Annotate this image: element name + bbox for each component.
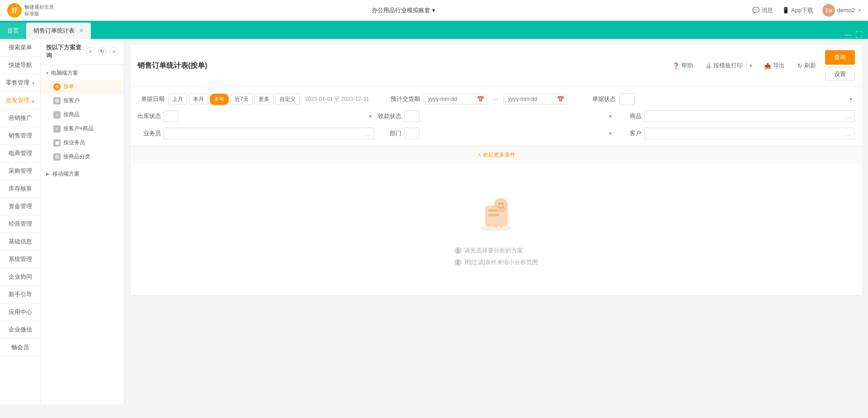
settings-button[interactable]: 设置 [825,67,855,81]
sidebar-item-sales[interactable]: 销售管理 [0,127,40,145]
dept-cell: 部门 [378,128,615,139]
expected-date-label: 预计交货期 [391,95,420,103]
collapse-icon: « [113,48,116,55]
salesperson-input-wrap: … [164,128,374,139]
sidebar-item-search[interactable]: 搜索菜单 [0,39,40,57]
expected-date-start-input[interactable] [424,94,487,104]
item-chart-icon: ▦ [53,139,61,147]
panel-item-by-customer-goods[interactable]: ≡ 按客户+商品 [41,122,124,136]
window-minimize-icon[interactable]: — [844,31,852,39]
pay-status-select[interactable] [404,110,420,122]
collapse-bar[interactable]: ∧ 收起更多条件 [130,146,862,163]
download-icon: 📱 [782,7,789,14]
date-btn-custom[interactable]: 自定义 [275,94,300,105]
goods-label: 商品 [618,112,642,120]
content-card: 销售订单统计表(按单) ❓ 帮助 🖨 按模板打印 ▾ 📤 [130,44,863,296]
svg-rect-3 [488,214,499,216]
date-btn-7days[interactable]: 近7天 [231,94,253,105]
sidebar-item-purchase[interactable]: 采购管理 [0,162,40,180]
customer-dots-icon[interactable]: … [845,130,852,137]
date-btn-this-month[interactable]: 本月 [189,94,208,105]
tab-report-close-icon[interactable]: ✕ [79,28,84,34]
date-btn-more[interactable]: 更多 [255,94,274,105]
sidebar-item-quicknav[interactable]: 快捷导航 [0,57,40,74]
window-maximize-icon[interactable]: ⛶ [855,31,863,39]
status-select[interactable] [619,93,635,105]
sidebar-item-marketing[interactable]: 营销推广 [0,109,40,127]
dept-select[interactable] [404,128,420,139]
date-btn-this-year[interactable]: 本年 [210,94,229,105]
salesperson-input[interactable] [167,130,365,137]
pay-status-label: 收款状态 [378,112,401,120]
sidebar-item-collab[interactable]: 企业协同 [0,268,40,286]
logo-text: 畅捷通好生意 标准版 [24,4,54,17]
item-table-icon: ≡ [53,111,61,119]
goods-input[interactable] [647,113,845,119]
panel-item-by-order[interactable]: ⊙ 按单 [41,80,124,94]
help-button[interactable]: ❓ 帮助 [669,60,697,71]
panel-group-mobile[interactable]: ▶ 移动端方案 [41,167,124,180]
tab-window-controls: — ⛶ [844,31,868,39]
empty-step-1: 1 请先选择要分析的方案 [454,245,538,256]
svg-line-8 [501,225,502,228]
plus-icon: + [89,48,92,55]
sidebar-item-finance[interactable]: 资金管理 [0,198,40,215]
user-profile[interactable]: Ea demo2 ▾ [822,4,861,17]
filter-area: 单据日期 上月 本月 本年 近7天 更多 自定义 2023-01-01 至 20… [130,87,862,146]
date-btn-last-month[interactable]: 上月 [168,94,187,105]
pay-status-cell: 收款状态 [378,110,615,122]
panel-header-label: 按以下方案查询 [46,43,86,60]
sidebar-item-member[interactable]: 畅会员 [0,339,40,356]
panel-collapse-btn[interactable]: « [109,47,118,56]
panel-refresh-btn[interactable]: ↻ [98,47,107,56]
sidebar-item-retail[interactable]: 零售管理 ▾ [0,74,40,92]
content-area: 销售订单统计表(按单) ❓ 帮助 🖨 按模板打印 ▾ 📤 [124,39,868,404]
breadcrumb-label: 办公用品行业模拟账套 [372,6,430,14]
panel-mobile-section: ▶ 移动端方案 [41,166,124,182]
logo-icon: 好 [7,3,22,18]
print-dropdown-arrow[interactable]: ▾ [746,61,755,71]
salesperson-label: 业务员 [137,129,161,138]
sidebar-item-wework[interactable]: 企业微信 [0,321,40,339]
print-button[interactable]: 🖨 按模板打印 [702,60,746,71]
sidebar-item-guide[interactable]: 新手引导 [0,286,40,304]
panel-item-by-salesperson[interactable]: ▦ 按业务员 [41,136,124,150]
expected-date-start-wrap: 📅 [424,94,487,104]
app-download-action[interactable]: 📱 App下载 [782,6,813,14]
expected-date-end-input[interactable] [504,94,567,104]
ship-status-cell: 出库状态 [137,110,374,122]
refresh-icon: ↻ [100,48,104,55]
panel-item-by-goods-cat[interactable]: ⊟ 按商品分类 [41,150,124,164]
export-button[interactable]: 📤 导出 [760,60,788,71]
sidebar-item-system[interactable]: 系统管理 [0,251,40,268]
breadcrumb-arrow-icon: ▾ [432,7,435,14]
tab-report-label: 销售订单统计表 [33,27,75,35]
date-label: 单据日期 [137,95,165,103]
sidebar-item-base[interactable]: 基础信息 [0,233,40,251]
sidebar-item-appcenter[interactable]: 应用中心 [0,304,40,321]
panel-group-desktop[interactable]: ▾ 电脑端方案 [41,66,124,80]
user-dropdown-icon: ▾ [859,8,861,13]
empty-steps: 1 请先选择要分析的方案 2 用[过滤]条件来缩小分析范围 [454,245,538,268]
goods-dots-icon[interactable]: … [845,113,852,120]
customer-input[interactable] [647,130,845,137]
panel-item-by-customer[interactable]: ⊞ 按客户 [41,94,124,108]
ship-status-select[interactable] [164,110,179,122]
tab-report[interactable]: 销售订单统计表 ✕ [26,23,91,39]
salesperson-dots-icon[interactable]: … [365,130,371,137]
filter-row-1: 单据日期 上月 本月 本年 近7天 更多 自定义 2023-01-01 至 20… [137,93,855,105]
panel-item-by-goods[interactable]: ≡ 按商品 [41,108,124,122]
content-header: 销售订单统计表(按单) ❓ 帮助 🖨 按模板打印 ▾ 📤 [130,45,862,87]
tab-home[interactable]: 首页 [0,23,26,39]
message-action[interactable]: 💬 消息 [752,6,773,14]
item-circle-icon: ⊙ [53,83,61,90]
sidebar: 搜索菜单 快捷导航 零售管理 ▾ 批发管理 ▴ 营销推广 销售管理 电商管理 采… [0,39,41,404]
sidebar-item-ecom[interactable]: 电商管理 [0,145,40,162]
breadcrumb-select[interactable]: 办公用品行业模拟账套 ▾ [372,6,435,14]
sidebar-item-mgmt[interactable]: 经营管理 [0,215,40,233]
panel-add-btn[interactable]: + [86,47,95,56]
sidebar-item-inventory[interactable]: 库存核算 [0,180,40,198]
query-button[interactable]: 查询 [825,50,855,65]
sidebar-item-wholesale[interactable]: 批发管理 ▴ [0,92,40,109]
refresh-button[interactable]: ↻ 刷新 [794,60,820,71]
